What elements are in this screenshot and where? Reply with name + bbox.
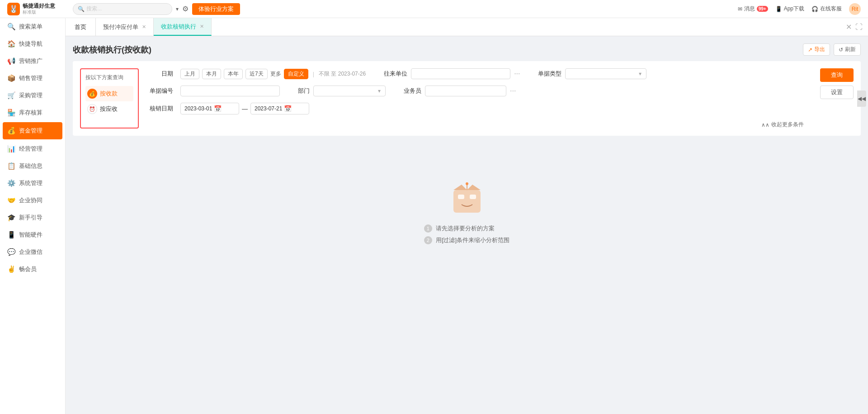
page-header-actions: ↗ 导出 ↺ 刷新	[803, 43, 861, 56]
refresh-label: 刷新	[845, 46, 856, 53]
expand-tab-btn[interactable]: ⛶	[855, 23, 863, 31]
sidebar-item-hardware[interactable]: 📱 智能硬件	[0, 226, 65, 243]
salesperson-dots[interactable]: ···	[510, 87, 516, 95]
tab-receipt-writeoff-close[interactable]: ✕	[200, 24, 204, 29]
tab-home[interactable]: 首页	[66, 18, 96, 36]
dropdown-toggle[interactable]: ▾	[176, 6, 179, 12]
inventory-icon: 🏪	[7, 109, 15, 117]
department-group: 部门 ▾	[298, 86, 386, 96]
main-content: 首页 预付冲应付单 ✕ 收款核销执行 ✕ ✕ ⛶ 收款核销执行(按收款)	[66, 18, 868, 414]
logo: 🐰 畅捷通好生意 标准版	[7, 3, 73, 15]
sidebar-item-label: 基础信息	[19, 162, 42, 170]
voucher-type-label: 单据类型	[538, 70, 561, 78]
collapse-left-icon: ◀◀	[858, 95, 866, 102]
export-btn[interactable]: ↗ 导出	[803, 43, 830, 56]
export-icon: ↗	[808, 47, 812, 53]
purchase-icon: 🛒	[7, 91, 15, 100]
headset-icon: 🎧	[811, 6, 818, 12]
logo-icon: 🐰	[7, 3, 20, 15]
sidebar-item-system[interactable]: ⚙️ 系统管理	[0, 175, 65, 192]
date-options: 上月 本月 本年 近7天 更多 自定义 | 不限 至 2023-07-26	[180, 69, 366, 79]
voucher-number-label: 单据编号	[148, 87, 173, 95]
app-download-btn[interactable]: 📱 App下载	[775, 5, 804, 13]
sidebar-item-label: 系统管理	[19, 179, 42, 187]
sidebar-item-inventory[interactable]: 🏪 库存核算	[0, 104, 65, 121]
salesperson-input[interactable]	[425, 86, 506, 96]
sidebar-item-purchase[interactable]: 🛒 采购管理	[0, 87, 65, 104]
filter-main: 日期 上月 本月 本年 近7天 更多 自定义 | 不限 至 2023-07-26	[144, 68, 815, 128]
query-btn[interactable]: 查询	[820, 68, 854, 82]
counterparty-label: 往来单位	[384, 70, 407, 78]
date-btn-this-year[interactable]: 本年	[224, 69, 243, 79]
sidebar-item-label: 智能硬件	[19, 231, 42, 239]
counterparty-dots[interactable]: ···	[514, 70, 520, 78]
date-btn-custom[interactable]: 自定义	[284, 69, 308, 79]
writeoff-date-range: 2023-03-01 📅 — 2023-07-21 📅	[180, 103, 309, 114]
receipt-icon: 💰	[87, 89, 97, 99]
sidebar-item-marketing[interactable]: 📢 营销推广	[0, 52, 65, 70]
svg-point-4	[466, 182, 468, 185]
industry-btn[interactable]: 体验行业方案	[192, 3, 240, 15]
receivable-icon: ⏰	[87, 104, 97, 114]
cooperation-icon: 🤝	[7, 196, 15, 205]
sidebar-item-basic-info[interactable]: 📋 基础信息	[0, 157, 65, 175]
sidebar-item-member[interactable]: ✌ 畅会员	[0, 261, 65, 278]
tab-prepay-close[interactable]: ✕	[142, 24, 146, 30]
sidebar-item-sales[interactable]: 📦 销售管理	[0, 70, 65, 87]
online-service-label: 在线客服	[820, 5, 842, 13]
sidebar-item-quick-nav[interactable]: 🏠 快捷导航	[0, 35, 65, 52]
date-btn-prev-month[interactable]: 上月	[180, 69, 199, 79]
department-select[interactable]: ▾	[313, 86, 386, 96]
sidebar-item-label: 资金管理	[19, 127, 42, 135]
close-all-tabs-btn[interactable]: ✕	[846, 23, 852, 31]
gear-icon[interactable]: ⚙	[182, 5, 189, 13]
settings-btn[interactable]: 设置	[820, 86, 854, 99]
sidebar: 🔍 搜索菜单 🏠 快捷导航 📢 营销推广 📦 销售管理 🛒 采购管理 🏪 库存核…	[0, 18, 66, 414]
messages-btn[interactable]: ✉ 消息 99+	[738, 5, 768, 13]
counterparty-input[interactable]	[411, 68, 510, 79]
filter-row-writeoff-date: 核销日期 2023-03-01 📅 — 2023-07-21 📅	[148, 103, 811, 114]
filter-row-voucher: 单据编号 部门 ▾ 业务员 ···	[148, 86, 811, 96]
sidebar-item-guide[interactable]: 🎓 新手引导	[0, 209, 65, 226]
filter-collapse-btn[interactable]: ◀◀	[857, 90, 866, 107]
tab-prepay[interactable]: 预付冲应付单 ✕	[96, 18, 154, 36]
filter-option-by-receipt[interactable]: 💰 按收款	[85, 86, 133, 101]
tab-bar: 首页 预付冲应付单 ✕ 收款核销执行 ✕ ✕ ⛶	[66, 18, 868, 36]
tip-text-1: 请先选择要分析的方案	[436, 224, 495, 233]
voucher-type-arrow: ▾	[639, 71, 642, 77]
top-search-bar[interactable]: 🔍 搜索...	[73, 3, 172, 15]
sidebar-item-label: 营销推广	[19, 57, 42, 65]
online-service-btn[interactable]: 🎧 在线客服	[811, 5, 842, 13]
search-icon: 🔍	[7, 23, 15, 31]
voucher-number-input[interactable]	[180, 86, 280, 96]
sidebar-item-search-menu[interactable]: 🔍 搜索菜单	[0, 18, 65, 35]
basic-info-icon: 📋	[7, 162, 15, 170]
search-icon: 🔍	[78, 6, 85, 12]
sidebar-item-cooperation[interactable]: 🤝 企业协同	[0, 192, 65, 209]
svg-rect-1	[458, 195, 464, 199]
message-icon: ✉	[738, 6, 742, 12]
date-btn-7days[interactable]: 近7天	[245, 69, 268, 79]
voucher-type-select[interactable]: ▾	[565, 68, 646, 79]
collapse-more-btn[interactable]: ∧∧ 收起更多条件	[148, 121, 811, 128]
capital-icon: 💰	[7, 127, 15, 135]
tab-receipt-writeoff[interactable]: 收款核销执行 ✕	[154, 18, 212, 36]
user-avatar[interactable]: Rit	[849, 3, 861, 15]
refresh-btn[interactable]: ↺ 刷新	[834, 43, 861, 56]
date-dash: —	[242, 105, 248, 112]
system-icon: ⚙️	[7, 179, 15, 187]
writeoff-date-start-input[interactable]: 2023-03-01 📅	[180, 103, 239, 114]
date-more-btn[interactable]: 更多	[270, 70, 281, 78]
top-bar: 🐰 畅捷通好生意 标准版 🔍 搜索... ▾ ⚙ 体验行业方案 ✉ 消息 99+…	[0, 0, 868, 18]
writeoff-date-end-input[interactable]: 2023-07-21 📅	[250, 103, 309, 114]
date-btn-this-month[interactable]: 本月	[202, 69, 221, 79]
sidebar-item-wechat[interactable]: 💬 企业微信	[0, 243, 65, 261]
sidebar-item-capital[interactable]: 💰 资金管理	[3, 122, 62, 139]
filter-option-by-receivable[interactable]: ⏰ 按应收	[85, 101, 133, 117]
operations-icon: 📊	[7, 145, 15, 153]
sidebar-item-operations[interactable]: 📊 经营管理	[0, 140, 65, 157]
empty-state: 1 请先选择要分析的方案 2 用[过滤]条件来缩小分析范围	[73, 136, 861, 262]
top-bar-right: ✉ 消息 99+ 📱 App下载 🎧 在线客服 Rit	[738, 3, 861, 15]
page-content: 收款核销执行(按收款) ↗ 导出 ↺ 刷新 按以下方案查询	[66, 36, 868, 414]
top-bar-center: 🔍 搜索... ▾ ⚙ 体验行业方案	[73, 3, 738, 15]
